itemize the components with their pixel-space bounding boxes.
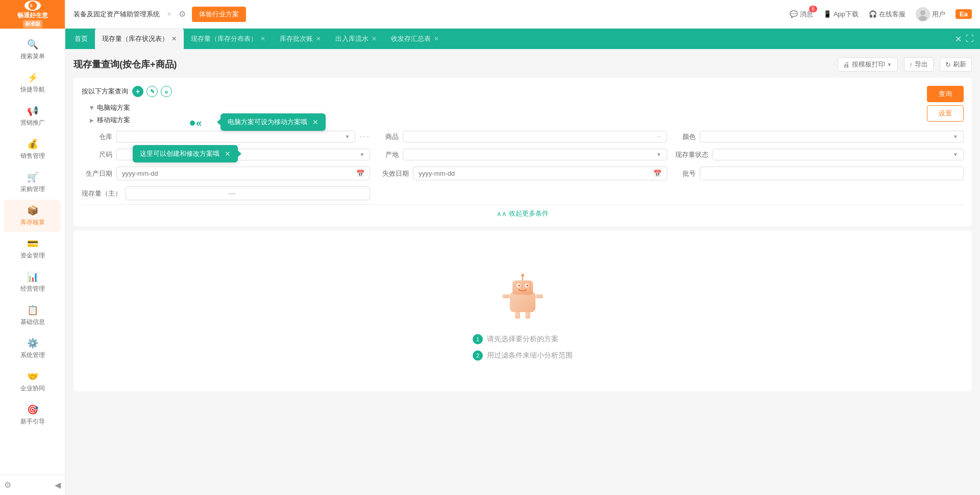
stock-qty-min[interactable]: [131, 190, 225, 197]
stock-status-arrow: ▼: [953, 152, 958, 157]
tab-inventory-status[interactable]: 现存量（库存状况表） ✕: [95, 29, 184, 49]
svg-point-0: [28, 1, 37, 10]
prod-date-input[interactable]: 📅: [116, 167, 370, 180]
exp-date-input[interactable]: 📅: [413, 167, 667, 180]
sidebar-item-sales[interactable]: 💰 销售管理: [4, 133, 61, 166]
collapse-btn[interactable]: ∧∧ 收起更多条件: [82, 204, 964, 218]
finance-icon: 💳: [27, 238, 38, 249]
pc-scheme-label: 电脑端方案: [97, 103, 130, 112]
query-btn[interactable]: 查询: [927, 86, 964, 102]
exp-date-label: 失效日期: [378, 169, 409, 178]
prod-date-field[interactable]: [122, 170, 356, 177]
tab-label: 库存批次账: [280, 34, 313, 43]
trial-btn[interactable]: 体验行业方案: [192, 7, 246, 22]
tooltip-1: 电脑方案可设为移动方案哦 ✕: [220, 113, 326, 131]
back-btn[interactable]: «: [161, 86, 172, 97]
add-scheme-btn[interactable]: +: [132, 86, 143, 97]
empty-step-1: 1 请先选择要分析的方案: [473, 334, 573, 344]
warehouse-select[interactable]: ▼: [116, 131, 355, 143]
collapse-sidebar-btn[interactable]: ◀: [55, 480, 61, 490]
collapse-label: 收起更多条件: [509, 209, 549, 218]
stock-qty-label: 现存量（主）: [82, 189, 121, 198]
print-action[interactable]: 🖨 按模板打印 ▼: [838, 57, 898, 72]
reset-btn[interactable]: 设置: [927, 105, 964, 122]
support-icon: 🎧: [869, 10, 877, 18]
basic-icon: 📋: [27, 304, 38, 316]
sidebar-item-inventory[interactable]: 📦 库存核算: [4, 200, 61, 232]
sidebar-item-search[interactable]: 🔍 搜索菜单: [4, 34, 61, 66]
tab-home[interactable]: 首页: [67, 29, 95, 49]
batch-label: 批号: [675, 169, 696, 178]
exp-date-field[interactable]: [419, 170, 653, 177]
filter-action-btns: + ✎ «: [132, 86, 172, 97]
sidebar-item-finance[interactable]: 💳 资金管理: [4, 233, 61, 265]
filter-warehouse: 仓库 ▼ ···: [82, 131, 370, 143]
page-actions: 🖨 按模板打印 ▼ ↑ 导出 ↻ 刷新: [838, 57, 972, 72]
product-select[interactable]: ···: [403, 131, 667, 143]
sidebar-item-quicknav[interactable]: ⚡ 快捷导航: [4, 67, 61, 99]
sidebar-item-label: 营销推广: [20, 119, 45, 127]
refresh-label: 刷新: [953, 60, 966, 69]
svg-rect-6: [512, 280, 533, 295]
svg-point-4: [919, 16, 927, 21]
refresh-action[interactable]: ↻ 刷新: [940, 57, 972, 72]
origin-label: 产地: [378, 150, 399, 159]
online-support-btn[interactable]: 🎧 在线客服: [869, 10, 905, 19]
guide-icon: 🎯: [27, 404, 38, 415]
tab-batch[interactable]: 库存批次账 ✕: [273, 29, 328, 49]
color-select[interactable]: ▼: [700, 131, 964, 143]
online-support-label: 在线客服: [879, 10, 905, 19]
sidebar-item-basic[interactable]: 📋 基础信息: [4, 299, 61, 332]
warehouse-label: 仓库: [82, 132, 112, 142]
size-arrow: ▼: [359, 152, 364, 157]
range-sep: —: [229, 190, 235, 197]
tooltip-1-close[interactable]: ✕: [312, 118, 318, 126]
sidebar-item-collab[interactable]: 🤝 企业协同: [4, 366, 61, 398]
export-action[interactable]: ↑ 导出: [904, 57, 934, 72]
settings-btn[interactable]: ⚙: [4, 480, 11, 490]
empty-state: 1 请先选择要分析的方案 2 用过滤条件来缩小分析范围: [74, 230, 972, 391]
app-name: 畅通好生意: [17, 12, 48, 19]
message-btn[interactable]: 💬 消息 6: [790, 10, 813, 19]
sidebar-item-label: 经营管理: [20, 285, 45, 293]
tooltip-2-text: 这里可以创建和修改方案哦: [140, 149, 219, 158]
origin-arrow: ▼: [656, 152, 662, 157]
tab-inventory-dist[interactable]: 现存量（库存分布表） ✕: [184, 29, 273, 49]
warehouse-more[interactable]: ···: [359, 131, 370, 142]
sidebar-item-management[interactable]: 📊 经营管理: [4, 266, 61, 298]
header-settings-icon[interactable]: ⚙: [179, 9, 186, 19]
tooltip-1-arrow: [217, 119, 220, 125]
fullscreen-btn[interactable]: ⛶: [966, 34, 974, 43]
tab-close-icon[interactable]: ✕: [316, 35, 321, 42]
batch-input[interactable]: [700, 167, 964, 180]
tooltip-2-close[interactable]: ✕: [225, 150, 231, 158]
tab-close-icon[interactable]: ✕: [434, 35, 439, 42]
app-download-label: App下载: [834, 10, 859, 19]
tab-close-icon[interactable]: ✕: [260, 35, 265, 42]
step-1-num: 1: [473, 334, 483, 344]
inventory-icon: 📦: [27, 205, 38, 216]
sidebar-item-purchase[interactable]: 🛒 采购管理: [4, 167, 61, 199]
tab-close-icon[interactable]: ✕: [172, 35, 177, 42]
color-label: 颜色: [675, 132, 696, 142]
tab-summary[interactable]: 收发存汇总表 ✕: [384, 29, 446, 49]
message-badge: 6: [809, 6, 817, 12]
sidebar-item-system[interactable]: ⚙️ 系统管理: [4, 333, 61, 365]
tab-close-icon[interactable]: ✕: [372, 35, 377, 42]
sidebar-item-label: 系统管理: [20, 351, 45, 360]
user-profile-btn[interactable]: 用户: [916, 7, 945, 21]
pc-scheme-item[interactable]: ▶ 电脑端方案: [90, 103, 964, 112]
pc-scheme-arrow: ▶: [89, 106, 95, 110]
tab-flow[interactable]: 出入库流水 ✕: [328, 29, 384, 49]
origin-select[interactable]: ▼: [403, 149, 667, 160]
app-download-btn[interactable]: 📱 App下载: [823, 10, 859, 19]
stock-qty-max[interactable]: [239, 190, 333, 197]
main-content: 现存量查询(按仓库+商品) 🖨 按模板打印 ▼ ↑ 导出 ↻ 刷新 按以下方案查…: [65, 49, 980, 495]
sidebar-item-guide[interactable]: 🎯 新手引导: [4, 399, 61, 431]
svg-text:6: 6: [30, 3, 33, 8]
close-all-btn[interactable]: ✕: [955, 34, 962, 44]
stock-qty-range[interactable]: —: [126, 186, 370, 200]
stock-status-select[interactable]: ▼: [713, 149, 964, 160]
edit-scheme-btn[interactable]: ✎: [146, 86, 158, 97]
sidebar-item-marketing[interactable]: 📢 营销推广: [4, 100, 61, 132]
